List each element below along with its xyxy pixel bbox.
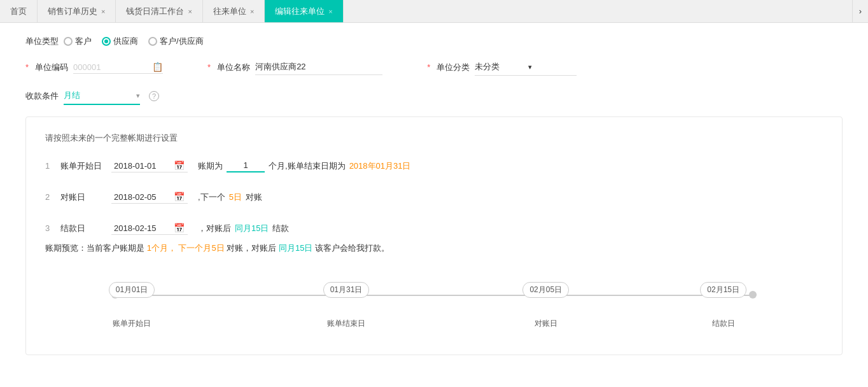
payment-label: 收款条件 bbox=[25, 90, 59, 102]
tab-cashwork-label: 钱货日清工作台 bbox=[126, 6, 184, 17]
main-content: 单位类型 客户 供应商 客户/供应商 * 单位编码 bbox=[0, 23, 868, 387]
radio-customer-label: 客户 bbox=[75, 36, 92, 47]
code-star: * bbox=[25, 62, 29, 72]
unit-type-field: 单位类型 客户 供应商 客户/供应商 bbox=[25, 36, 204, 47]
tab-arrow[interactable]: › bbox=[852, 0, 868, 22]
preview-part3: 对账，对账后 bbox=[227, 243, 276, 253]
code-input-wrapper: 📋 bbox=[73, 60, 163, 74]
row-3-prefix: ，对账后 bbox=[198, 223, 231, 234]
setting-row-2: 2 对账日 📅 ,下一个 5日 对账 bbox=[45, 190, 823, 204]
tab-sales-history-close[interactable]: × bbox=[101, 8, 105, 15]
row-2-calendar-icon[interactable]: 📅 bbox=[174, 192, 185, 202]
code-copy-icon[interactable]: 📋 bbox=[152, 62, 163, 72]
preview-text: 账期预览：当前客户账期是 1个月， 下一个月5日 对账，对账后 同月15日 该客… bbox=[45, 240, 823, 257]
tab-partner[interactable]: 往来单位 × bbox=[203, 0, 265, 22]
category-field: * 单位分类 未分类 ▾ bbox=[427, 59, 577, 76]
tab-cashwork-close[interactable]: × bbox=[188, 8, 192, 15]
name-star: * bbox=[207, 62, 211, 72]
tab-partner-label: 往来单位 bbox=[213, 6, 246, 17]
preview-part2: 下一个月5日 bbox=[178, 243, 224, 253]
preview-part4: 同月15日 bbox=[279, 243, 312, 253]
tab-cashwork[interactable]: 钱货日清工作台 × bbox=[116, 0, 202, 22]
tl-node-2: 01月31日 账单结束日 bbox=[323, 282, 370, 329]
row-2-prefix: ,下一个 bbox=[198, 192, 225, 203]
settings-card: 请按照未来的一个完整帐期进行设置 1 账单开始日 📅 账期为 个月,账单结束日期… bbox=[25, 116, 843, 355]
radio-supplier[interactable]: 供应商 bbox=[102, 36, 138, 47]
tab-edit-partner[interactable]: 编辑往来单位 × bbox=[265, 0, 343, 22]
row-2-date-field: 📅 bbox=[111, 190, 188, 204]
payment-dropdown[interactable]: 月结 ▾ bbox=[64, 87, 140, 105]
preview-part5: 该客户会给我打款。 bbox=[315, 243, 389, 253]
tl-node-4-label: 结款日 bbox=[712, 318, 735, 329]
code-field: * 单位编码 📋 bbox=[25, 60, 163, 74]
payment-row: 收款条件 月结 ▾ ? bbox=[25, 87, 843, 105]
row-1-date-field: 📅 bbox=[111, 159, 188, 172]
row-1-suffix: 个月,账单结束日期为 bbox=[269, 160, 346, 172]
category-value: 未分类 bbox=[475, 61, 523, 73]
row-3-suffix: 结款 bbox=[272, 223, 289, 234]
tl-node-2-bubble: 01月31日 bbox=[323, 282, 370, 298]
row-2-suffix: 对账 bbox=[246, 192, 262, 203]
row-1-date-input[interactable] bbox=[114, 161, 171, 171]
tab-edit-partner-close[interactable]: × bbox=[328, 8, 332, 15]
row-3-label: 结款日 bbox=[60, 223, 111, 234]
name-field: * 单位名称 bbox=[207, 60, 382, 75]
row-2-label: 对账日 bbox=[60, 192, 111, 203]
code-input[interactable] bbox=[73, 62, 150, 72]
category-star: * bbox=[427, 62, 430, 72]
tab-edit-partner-label: 编辑往来单位 bbox=[275, 6, 325, 17]
tl-node-3-label: 对账日 bbox=[535, 318, 557, 329]
tl-node-4-bubble: 02月15日 bbox=[700, 282, 746, 298]
row-1-num: 1 bbox=[45, 161, 60, 171]
tab-home[interactable]: 首页 bbox=[0, 0, 38, 22]
row-3-date-input[interactable] bbox=[114, 223, 171, 233]
radio-supplier-label: 供应商 bbox=[113, 36, 138, 47]
name-input[interactable] bbox=[255, 60, 382, 75]
tab-arrow-icon: › bbox=[859, 6, 862, 16]
tl-node-4-date: 02月15日 bbox=[707, 285, 739, 294]
tl-node-2-label: 账单结束日 bbox=[327, 318, 365, 329]
tl-node-1: 01月01日 账单开始日 bbox=[109, 282, 155, 329]
row-3-num: 3 bbox=[45, 223, 60, 233]
radio-group: 客户 供应商 客户/供应商 bbox=[64, 36, 204, 47]
unit-type-label: 单位类型 bbox=[25, 36, 59, 47]
setting-row-3: 3 结款日 📅 ，对账后 同月15日 结款 bbox=[45, 222, 823, 235]
row-3-calendar-icon[interactable]: 📅 bbox=[174, 223, 185, 233]
radio-customer-circle bbox=[64, 37, 73, 46]
tab-sales-history-label: 销售订单历史 bbox=[48, 6, 97, 17]
name-label: 单位名称 bbox=[217, 62, 250, 73]
tl-node-2-date: 01月31日 bbox=[330, 285, 363, 294]
row-1-highlight: 2018年01月31日 bbox=[349, 160, 411, 172]
category-dropdown[interactable]: 未分类 ▾ bbox=[475, 59, 577, 76]
tl-node-1-date: 01月01日 bbox=[116, 285, 148, 294]
unit-type-row: 单位类型 客户 供应商 客户/供应商 bbox=[25, 36, 843, 47]
row-2-date-input[interactable] bbox=[114, 192, 171, 202]
radio-supplier-circle bbox=[102, 37, 111, 46]
row-3-highlight: 同月15日 bbox=[235, 223, 269, 234]
category-label: 单位分类 bbox=[437, 62, 470, 73]
help-icon[interactable]: ? bbox=[149, 91, 159, 101]
row-2-highlight: 5日 bbox=[229, 192, 242, 203]
radio-customer[interactable]: 客户 bbox=[64, 36, 92, 47]
radio-both-label: 客户/供应商 bbox=[160, 36, 204, 47]
timeline-section: 01月01日 账单开始日 01月31日 账单结束日 02月05日 对账 bbox=[45, 269, 823, 339]
preview-part1: 1个月， bbox=[147, 243, 176, 253]
payment-field: 收款条件 月结 ▾ ? bbox=[25, 87, 159, 105]
tab-partner-close[interactable]: × bbox=[250, 8, 254, 15]
tl-node-4: 02月15日 结款日 bbox=[700, 282, 746, 329]
row-1-calendar-icon[interactable]: 📅 bbox=[174, 160, 185, 171]
setting-row-1: 1 账单开始日 📅 账期为 个月,账单结束日期为 2018年01月31日 bbox=[45, 159, 823, 172]
tl-node-1-label: 账单开始日 bbox=[113, 318, 151, 329]
tab-bar: 首页 销售订单历史 × 钱货日清工作台 × 往来单位 × 编辑往来单位 × › bbox=[0, 0, 868, 23]
tl-node-1-bubble: 01月01日 bbox=[109, 282, 155, 298]
tab-home-label: 首页 bbox=[10, 6, 27, 17]
period-input[interactable] bbox=[227, 159, 265, 172]
tab-sales-history[interactable]: 销售订单历史 × bbox=[38, 0, 116, 22]
timeline-dot-end bbox=[749, 291, 757, 299]
category-arrow-icon: ▾ bbox=[528, 63, 577, 71]
row-3-date-field: 📅 bbox=[111, 222, 188, 235]
payment-arrow-icon: ▾ bbox=[136, 92, 140, 100]
radio-both[interactable]: 客户/供应商 bbox=[148, 36, 204, 47]
payment-value: 月结 bbox=[64, 90, 136, 101]
radio-both-circle bbox=[148, 37, 157, 46]
